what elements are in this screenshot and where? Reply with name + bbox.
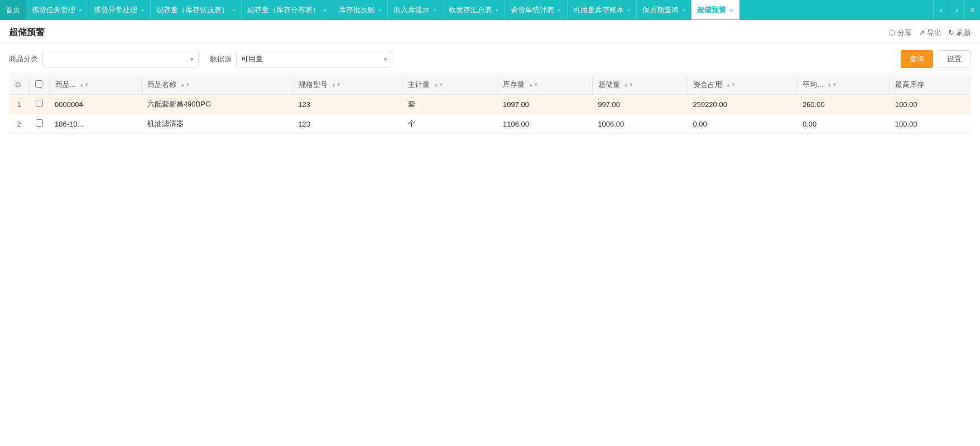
capital-cell: 259220.00 bbox=[687, 95, 796, 114]
close-icon[interactable]: × bbox=[558, 7, 561, 13]
nav-home[interactable]: 首页 bbox=[0, 0, 26, 20]
capital-header: 资金占用 ▲▼ bbox=[687, 75, 796, 95]
refresh-icon: ↻ bbox=[948, 28, 954, 37]
close-icon[interactable]: × bbox=[627, 7, 631, 13]
product-name-cell: 机油滤清器 bbox=[142, 114, 292, 134]
page-header: 超储预警 ⬡ 分享 ↗ 导出 ↻ 刷新 bbox=[0, 20, 980, 43]
checkbox-column-header bbox=[29, 75, 49, 95]
gear-column-header: ⚙ bbox=[9, 75, 29, 95]
datasource-select-value: 可用量 bbox=[241, 54, 263, 64]
row-number: 2 bbox=[9, 114, 29, 134]
max-stock-cell: 100.00 bbox=[890, 95, 971, 114]
product-code-header: 商品... ▲▼ bbox=[49, 75, 142, 95]
nav-stock-dist[interactable]: 现存量（库存分布表） × bbox=[242, 0, 333, 20]
nav-exception[interactable]: 拣货异常处理 × bbox=[88, 0, 150, 20]
close-icon[interactable]: × bbox=[682, 7, 685, 13]
nav-batch[interactable]: 库存批次账 × bbox=[333, 0, 388, 20]
category-select[interactable]: ▾ bbox=[42, 51, 199, 67]
page-title: 超储预警 bbox=[9, 27, 45, 38]
sort-icon[interactable]: ▲▼ bbox=[623, 83, 633, 88]
sort-icon[interactable]: ▲▼ bbox=[180, 83, 190, 88]
unit-header: 主计量 ▲▼ bbox=[402, 75, 497, 95]
datasource-filter-group: 数据源 可用量 ▾ bbox=[210, 51, 392, 67]
nav-stock-status[interactable]: 现存量（库存状况表） × bbox=[151, 0, 242, 20]
row-checkbox-cell bbox=[29, 114, 49, 134]
settings-button[interactable]: 设置 bbox=[938, 50, 971, 68]
nav-scroll-arrows: ‹ › × bbox=[933, 0, 980, 20]
table-header-row: ⚙ 商品... ▲▼ 商品名称 ▲▼ 规格型号 ▲▼ bbox=[9, 75, 971, 95]
close-icon[interactable]: × bbox=[378, 7, 382, 13]
header-actions: ⬡ 分享 ↗ 导出 ↻ 刷新 bbox=[889, 28, 971, 38]
page-container: 超储预警 ⬡ 分享 ↗ 导出 ↻ 刷新 商品分类 ▾ 数据源 bbox=[0, 20, 980, 446]
product-code-cell: 186-10... bbox=[49, 114, 142, 134]
capital-cell: 0.00 bbox=[687, 114, 796, 134]
nav-inout[interactable]: 出入库流水 × bbox=[388, 0, 443, 20]
avg-cell: 0.00 bbox=[797, 114, 890, 134]
max-stock-header: 最高库存 bbox=[890, 75, 971, 95]
avg-cell: 260.00 bbox=[797, 95, 890, 114]
sort-icon[interactable]: ▲▼ bbox=[331, 83, 341, 88]
datasource-select[interactable]: 可用量 ▾ bbox=[236, 51, 392, 67]
row-checkbox-cell bbox=[29, 95, 49, 114]
unit-cell: 套 bbox=[402, 95, 497, 114]
max-stock-cell: 100.00 bbox=[890, 114, 971, 134]
nav-arrow-close[interactable]: × bbox=[964, 0, 980, 20]
stock-header: 库存量 ▲▼ bbox=[497, 75, 592, 95]
close-icon[interactable]: × bbox=[232, 7, 236, 13]
share-button[interactable]: ⬡ 分享 bbox=[889, 28, 912, 38]
nav-available[interactable]: 可用量库存账本 × bbox=[568, 0, 637, 20]
product-name-cell: 六配套新昌490BPG bbox=[142, 95, 292, 114]
nav-task-mgmt[interactable]: 拣货任务管理 × bbox=[26, 0, 88, 20]
close-icon[interactable]: × bbox=[141, 7, 144, 13]
query-button[interactable]: 查询 bbox=[901, 50, 933, 68]
export-button[interactable]: ↗ 导出 bbox=[919, 28, 941, 38]
close-icon[interactable]: × bbox=[433, 7, 436, 13]
close-icon[interactable]: × bbox=[79, 7, 82, 13]
sort-icon[interactable]: ▲▼ bbox=[434, 83, 444, 88]
nav-summary[interactable]: 收发存汇总表 × bbox=[443, 0, 505, 20]
overflow-cell: 1006.00 bbox=[592, 114, 687, 134]
nav-expiry[interactable]: 保质期查询 × bbox=[637, 0, 691, 20]
unit-cell: 个 bbox=[402, 114, 497, 134]
refresh-button[interactable]: ↻ 刷新 bbox=[948, 28, 971, 38]
share-icon: ⬡ bbox=[889, 28, 895, 37]
close-icon[interactable]: × bbox=[729, 7, 733, 13]
table-row: 1 0000004 六配套新昌490BPG 123 套 1097.00 997.… bbox=[9, 95, 971, 114]
spec-cell: 123 bbox=[292, 114, 402, 134]
category-filter-group: 商品分类 ▾ bbox=[9, 51, 199, 67]
nav-overflow-warning[interactable]: 超储预警 × bbox=[691, 0, 739, 20]
row-checkbox[interactable] bbox=[36, 100, 43, 107]
row-checkbox[interactable] bbox=[36, 119, 43, 127]
table-container: ⚙ 商品... ▲▼ 商品名称 ▲▼ 规格型号 ▲▼ bbox=[0, 75, 980, 134]
top-navigation: 首页 拣货任务管理 × 拣货异常处理 × 现存量（库存状况表） × 现存量（库存… bbox=[0, 0, 980, 20]
datasource-label: 数据源 bbox=[210, 54, 232, 64]
nav-order-stats[interactable]: 要货单统计表 × bbox=[505, 0, 567, 20]
overflow-cell: 997.00 bbox=[592, 95, 687, 114]
nav-arrow-right[interactable]: › bbox=[949, 0, 964, 20]
sort-icon[interactable]: ▲▼ bbox=[827, 83, 837, 88]
overflow-warning-table: ⚙ 商品... ▲▼ 商品名称 ▲▼ 规格型号 ▲▼ bbox=[9, 75, 971, 134]
filter-area: 商品分类 ▾ 数据源 可用量 ▾ 查询 设置 bbox=[0, 43, 980, 75]
row-number: 1 bbox=[9, 95, 29, 114]
chevron-down-icon: ▾ bbox=[190, 56, 194, 63]
select-all-checkbox[interactable] bbox=[35, 80, 42, 88]
spec-cell: 123 bbox=[292, 95, 402, 114]
product-code-cell: 0000004 bbox=[49, 95, 142, 114]
stock-cell: 1106.00 bbox=[497, 114, 592, 134]
overflow-header: 超储量 ▲▼ bbox=[592, 75, 687, 95]
nav-arrow-left[interactable]: ‹ bbox=[933, 0, 949, 20]
stock-cell: 1097.00 bbox=[497, 95, 592, 114]
export-icon: ↗ bbox=[919, 28, 925, 37]
sort-icon[interactable]: ▲▼ bbox=[726, 83, 736, 88]
gear-icon[interactable]: ⚙ bbox=[15, 80, 22, 89]
sort-icon[interactable]: ▲▼ bbox=[79, 83, 89, 88]
spec-header: 规格型号 ▲▼ bbox=[292, 75, 402, 95]
chevron-down-icon: ▾ bbox=[384, 56, 387, 63]
close-icon[interactable]: × bbox=[323, 7, 326, 13]
category-label: 商品分类 bbox=[9, 54, 38, 64]
close-icon[interactable]: × bbox=[496, 7, 499, 13]
product-name-header: 商品名称 ▲▼ bbox=[142, 75, 292, 95]
sort-icon[interactable]: ▲▼ bbox=[529, 83, 539, 88]
table-row: 2 186-10... 机油滤清器 123 个 1106.00 1006.00 … bbox=[9, 114, 971, 134]
filter-actions: 查询 设置 bbox=[901, 50, 971, 68]
